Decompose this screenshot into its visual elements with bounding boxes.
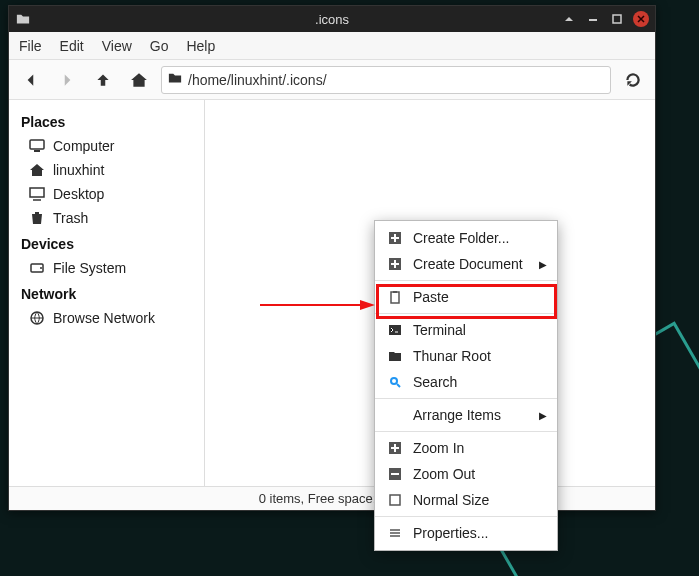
cm-label: Create Document bbox=[413, 256, 523, 272]
folder-icon bbox=[387, 348, 403, 364]
zoom-out-icon bbox=[387, 466, 403, 482]
cm-paste[interactable]: Paste bbox=[375, 284, 557, 310]
cm-create-document[interactable]: Create Document ▶ bbox=[375, 251, 557, 277]
trash-icon bbox=[29, 210, 45, 226]
path-text: /home/linuxhint/.icons/ bbox=[188, 72, 327, 88]
clipboard-icon bbox=[387, 289, 403, 305]
home-icon bbox=[29, 162, 45, 178]
sidebar-item-label: Browse Network bbox=[53, 310, 155, 326]
menu-separator bbox=[375, 516, 557, 517]
close-button[interactable] bbox=[633, 11, 649, 27]
sidebar-item-label: Trash bbox=[53, 210, 88, 226]
cm-label: Create Folder... bbox=[413, 230, 510, 246]
terminal-icon bbox=[387, 322, 403, 338]
submenu-arrow-icon: ▶ bbox=[539, 259, 547, 270]
plus-icon bbox=[387, 230, 403, 246]
cm-label: Properties... bbox=[413, 525, 488, 541]
cm-arrange-items[interactable]: Arrange Items ▶ bbox=[375, 402, 557, 428]
sidebar-item-desktop[interactable]: Desktop bbox=[9, 182, 204, 206]
sidebar-item-browse-network[interactable]: Browse Network bbox=[9, 306, 204, 330]
svg-point-6 bbox=[40, 267, 42, 269]
svg-rect-12 bbox=[389, 325, 401, 335]
menu-separator bbox=[375, 398, 557, 399]
sidebar-item-label: Computer bbox=[53, 138, 114, 154]
titlebar: .icons bbox=[9, 6, 655, 32]
menu-separator bbox=[375, 313, 557, 314]
folder-icon bbox=[168, 71, 182, 88]
menu-edit[interactable]: Edit bbox=[60, 38, 84, 54]
cm-normal-size[interactable]: Normal Size bbox=[375, 487, 557, 513]
menu-file[interactable]: File bbox=[19, 38, 42, 54]
normal-size-icon bbox=[387, 492, 403, 508]
cm-label: Thunar Root bbox=[413, 348, 491, 364]
menu-view[interactable]: View bbox=[102, 38, 132, 54]
cm-label: Search bbox=[413, 374, 457, 390]
cm-label: Zoom Out bbox=[413, 466, 475, 482]
menu-go[interactable]: Go bbox=[150, 38, 169, 54]
minimize-button[interactable] bbox=[585, 11, 601, 27]
window-title: .icons bbox=[315, 12, 349, 27]
svg-rect-2 bbox=[30, 140, 44, 149]
cm-zoom-out[interactable]: Zoom Out bbox=[375, 461, 557, 487]
folder-icon bbox=[15, 11, 31, 27]
sidebar-item-home[interactable]: linuxhint bbox=[9, 158, 204, 182]
plus-icon bbox=[387, 256, 403, 272]
zoom-in-icon bbox=[387, 440, 403, 456]
sidebar-item-label: linuxhint bbox=[53, 162, 104, 178]
globe-icon bbox=[29, 310, 45, 326]
cm-search[interactable]: Search bbox=[375, 369, 557, 395]
up-caret-icon[interactable] bbox=[561, 11, 577, 27]
network-header: Network bbox=[9, 280, 204, 306]
svg-rect-4 bbox=[30, 188, 44, 197]
cm-properties[interactable]: Properties... bbox=[375, 520, 557, 546]
path-input[interactable]: /home/linuxhint/.icons/ bbox=[161, 66, 611, 94]
back-button[interactable] bbox=[17, 66, 45, 94]
menubar: File Edit View Go Help bbox=[9, 32, 655, 60]
cm-label: Arrange Items bbox=[413, 407, 501, 423]
menu-help[interactable]: Help bbox=[186, 38, 215, 54]
maximize-button[interactable] bbox=[609, 11, 625, 27]
cm-label: Paste bbox=[413, 289, 449, 305]
properties-icon bbox=[387, 525, 403, 541]
statusbar: 0 items, Free space: 32.4 bbox=[9, 486, 655, 510]
home-button[interactable] bbox=[125, 66, 153, 94]
reload-button[interactable] bbox=[619, 66, 647, 94]
cm-zoom-in[interactable]: Zoom In bbox=[375, 435, 557, 461]
cm-thunar-root[interactable]: Thunar Root bbox=[375, 343, 557, 369]
context-menu: Create Folder... Create Document ▶ Paste… bbox=[374, 220, 558, 551]
search-icon bbox=[387, 374, 403, 390]
svg-rect-1 bbox=[613, 15, 621, 23]
menu-separator bbox=[375, 431, 557, 432]
computer-icon bbox=[29, 138, 45, 154]
svg-rect-17 bbox=[390, 495, 400, 505]
sidebar-item-trash[interactable]: Trash bbox=[9, 206, 204, 230]
svg-rect-11 bbox=[393, 291, 397, 293]
cm-terminal[interactable]: Terminal bbox=[375, 317, 557, 343]
toolbar: /home/linuxhint/.icons/ bbox=[9, 60, 655, 100]
devices-header: Devices bbox=[9, 230, 204, 256]
cm-label: Normal Size bbox=[413, 492, 489, 508]
sidebar-item-computer[interactable]: Computer bbox=[9, 134, 204, 158]
menu-separator bbox=[375, 280, 557, 281]
svg-rect-10 bbox=[391, 292, 399, 303]
sidebar-item-filesystem[interactable]: File System bbox=[9, 256, 204, 280]
forward-button[interactable] bbox=[53, 66, 81, 94]
svg-point-14 bbox=[392, 379, 396, 383]
drive-icon bbox=[29, 260, 45, 276]
desktop-icon bbox=[29, 186, 45, 202]
svg-rect-3 bbox=[34, 150, 40, 152]
sidebar-item-label: Desktop bbox=[53, 186, 104, 202]
svg-rect-0 bbox=[589, 19, 597, 21]
sidebar: Places Computer linuxhint Desktop Trash … bbox=[9, 100, 205, 486]
submenu-arrow-icon: ▶ bbox=[539, 410, 547, 421]
cm-label: Terminal bbox=[413, 322, 466, 338]
sidebar-item-label: File System bbox=[53, 260, 126, 276]
cm-label: Zoom In bbox=[413, 440, 464, 456]
places-header: Places bbox=[9, 108, 204, 134]
file-manager-window: .icons File Edit View Go Help bbox=[8, 5, 656, 511]
cm-create-folder[interactable]: Create Folder... bbox=[375, 225, 557, 251]
up-button[interactable] bbox=[89, 66, 117, 94]
